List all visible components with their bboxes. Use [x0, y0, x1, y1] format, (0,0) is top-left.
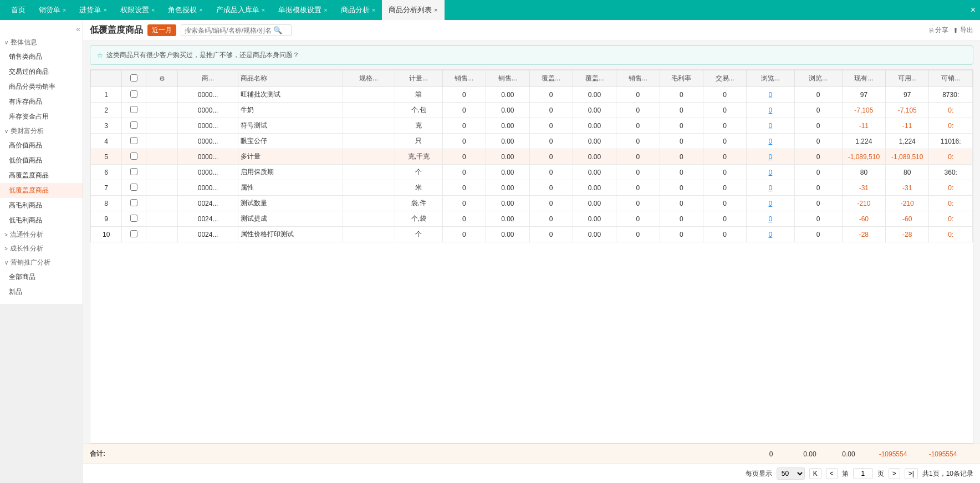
sidebar-item-all-goods[interactable]: 全部商品 [0, 270, 83, 284]
table-row: 5 0000... 多计量 克,千克 0 0.00 0 0.00 0 0 0 0… [91, 149, 973, 165]
cell-gross: 0 [660, 103, 703, 118]
gear-icon[interactable]: ⚙ [159, 75, 165, 83]
sidebar-item-traded-goods[interactable]: 交易过的商品 [0, 64, 83, 79]
page-input[interactable] [853, 468, 873, 479]
close-all-btn[interactable]: × [971, 5, 976, 15]
row-checkbox-1[interactable] [130, 106, 137, 113]
cell-browse1: 0 [747, 180, 794, 196]
cell-browse1: 0 [747, 87, 794, 103]
sidebar-section-flow[interactable]: > 流通性分析 [0, 228, 83, 242]
page-size-label: 每页显示 [746, 469, 772, 479]
last-page-btn[interactable]: >| [905, 468, 918, 479]
sidebar-item-low-coverage[interactable]: 低覆盖度商品 [0, 183, 83, 198]
search-icon[interactable]: 🔍 [273, 26, 282, 34]
nav-item-role[interactable]: 角色授权 × [161, 0, 209, 20]
row-checkbox-3[interactable] [130, 137, 137, 144]
cell-cover1: 0 [529, 134, 573, 149]
row-checkbox-5[interactable] [130, 168, 137, 175]
cell-cover1: 0 [529, 118, 573, 134]
nav-item-home[interactable]: 首页 [4, 0, 32, 20]
nav-close-role[interactable]: × [199, 7, 202, 13]
row-checkbox-8[interactable] [130, 215, 137, 222]
col-header-spec: 规格... [343, 70, 395, 87]
arrow-marketing: ∨ [4, 260, 8, 266]
sidebar-item-in-stock[interactable]: 有库存商品 [0, 94, 83, 109]
row-checkbox-2[interactable] [130, 121, 137, 129]
row-checkbox-6[interactable] [130, 184, 137, 191]
col-header-trans: 交易... [703, 70, 746, 87]
share-btn[interactable]: ⎘ 分享 [930, 26, 948, 35]
cell-seq: 7 [91, 180, 122, 196]
table-row: 4 0000... 眼宝公仔 只 0 0.00 0 0.00 0 0 0 0 0… [91, 134, 973, 149]
nav-item-template[interactable]: 单据模板设置 × [272, 0, 334, 20]
cell-gross: 0 [660, 180, 703, 196]
search-input[interactable] [185, 27, 273, 34]
sidebar-item-high-profit[interactable]: 高毛利商品 [0, 198, 83, 213]
sidebar-item-category-rate[interactable]: 商品分类动销率 [0, 79, 83, 94]
cell-gear [146, 118, 177, 134]
cell-trans: 0 [703, 103, 746, 118]
cell-unit: 个,袋 [395, 211, 442, 227]
row-checkbox-0[interactable] [130, 90, 137, 98]
nav-close-purchase[interactable]: × [103, 7, 106, 13]
nav-close-permission[interactable]: × [151, 7, 155, 13]
row-checkbox-7[interactable] [130, 199, 137, 206]
cell-current: -7,105 [842, 103, 885, 118]
cell-seq: 8 [91, 196, 122, 211]
nav-item-analysis-list[interactable]: 商品分析列表 × [382, 0, 444, 20]
sidebar-item-high-coverage[interactable]: 高覆盖度商品 [0, 168, 83, 183]
cell-check [122, 134, 146, 149]
col-header-seq [91, 70, 122, 87]
cell-sales3: 0 [616, 87, 660, 103]
next-page-btn[interactable]: > [889, 468, 900, 479]
select-all-checkbox[interactable] [130, 74, 137, 82]
cell-cover1: 0 [529, 103, 573, 118]
first-page-btn[interactable]: K [809, 468, 821, 479]
nav-item-product-analysis[interactable]: 商品分析 × [334, 0, 382, 20]
cell-sales3: 0 [616, 196, 660, 211]
cell-gross: 0 [660, 227, 703, 242]
prev-page-btn[interactable]: < [826, 468, 838, 479]
sidebar-section-marketing[interactable]: ∨ 营销推广分析 [0, 256, 83, 270]
sidebar-item-high-value[interactable]: 高价值商品 [0, 138, 83, 153]
nav-close-template[interactable]: × [324, 7, 327, 13]
sidebar-item-new-goods[interactable]: 新品 [0, 284, 83, 299]
sidebar-item-low-value[interactable]: 低价值商品 [0, 153, 83, 168]
row-checkbox-9[interactable] [130, 230, 137, 237]
arrow-overall: ∨ [4, 39, 8, 45]
nav-close-product-entry[interactable]: × [262, 7, 265, 13]
cell-browse1: 0 [747, 227, 794, 242]
sidebar-section-growth[interactable]: > 成长性分析 [0, 242, 83, 256]
nav-item-purchase[interactable]: 进货单 × [73, 0, 113, 20]
cell-spec [343, 149, 395, 165]
cell-name: 多计量 [238, 149, 343, 165]
nav-item-permission[interactable]: 权限设置 × [114, 0, 161, 20]
cell-trans: 0 [703, 211, 746, 227]
cell-spec [343, 196, 395, 211]
sidebar-item-sales-goods[interactable]: 销售类商品 [0, 49, 83, 64]
nav-close-analysis-list[interactable]: × [434, 7, 437, 13]
col-header-name: 商品名称 [238, 70, 343, 87]
page-size-select[interactable]: 50 100 200 [777, 467, 805, 480]
cell-browse1: 0 [747, 149, 794, 165]
nav-close-product-analysis[interactable]: × [372, 7, 375, 13]
cell-code: 0000... [177, 87, 238, 103]
sidebar-collapse-btn[interactable]: « [76, 24, 80, 33]
nav-item-product-entry[interactable]: 产成品入库单 × [210, 0, 272, 20]
sidebar-section-overall[interactable]: ∨ 整体信息 [0, 35, 83, 49]
sidebar-section-wealth[interactable]: ∨ 类财富分析 [0, 124, 83, 138]
cell-current: -60 [842, 211, 885, 227]
cell-sales2: 0.00 [486, 149, 529, 165]
cell-sales3: 0 [616, 149, 660, 165]
cell-seq: 2 [91, 103, 122, 118]
export-btn[interactable]: ⬆ 导出 [953, 26, 973, 35]
nav-close-sales[interactable]: × [63, 7, 66, 13]
sidebar-item-low-profit[interactable]: 低毛利商品 [0, 213, 83, 228]
cell-available: -210 [886, 196, 929, 211]
cell-browse1: 0 [747, 211, 794, 227]
nav-item-sales[interactable]: 销货单 × [32, 0, 73, 20]
sidebar-item-stock-capital[interactable]: 库存资金占用 [0, 109, 83, 124]
row-checkbox-4[interactable] [130, 152, 137, 160]
cell-gear [146, 227, 177, 242]
period-btn[interactable]: 近一月 [147, 24, 176, 36]
